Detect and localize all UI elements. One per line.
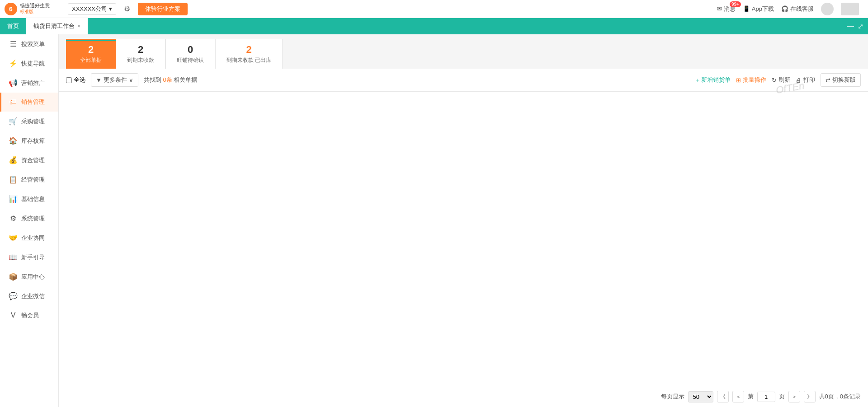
stat-count-wangpu: 0 (188, 44, 193, 56)
per-page-select[interactable]: 50 100 200 (688, 391, 713, 402)
print-button[interactable]: 🖨 打印 (796, 76, 815, 84)
top-right: ✉ 消息 99+ 📱 App下载 🎧 在线客服 (717, 3, 863, 15)
message-icon: ✉ (717, 5, 722, 12)
dropdown-icon: ▾ (109, 5, 112, 12)
plus-icon: + (696, 77, 699, 84)
window-minimize-icon[interactable]: — (847, 22, 854, 30)
sidebar-item-inventory-label: 库存核算 (21, 137, 45, 145)
sidebar-item-basic-info[interactable]: 📊 基础信息 (0, 189, 58, 209)
switch-label: 切换新版 (832, 76, 856, 84)
tab-workbench-label: 钱货日清工作台 (33, 22, 75, 30)
operations-icon: 📋 (9, 175, 18, 184)
switch-version-button[interactable]: ⇄ 切换新版 (821, 73, 861, 87)
sidebar-item-enterprise-wechat-label: 企业微信 (21, 292, 45, 300)
filter-button[interactable]: ▼ 更多条件 ∨ (91, 73, 138, 87)
result-suffix: 相关单据 (174, 76, 197, 83)
first-page-button[interactable]: 《 (717, 391, 729, 402)
prev-page-button[interactable]: ＜ (732, 391, 744, 402)
batch-label: 批量操作 (743, 76, 766, 84)
sidebar-item-app-center-label: 应用中心 (21, 273, 45, 281)
message-btn[interactable]: ✉ 消息 99+ (717, 5, 736, 13)
sidebar-item-sales-label: 销售管理 (21, 98, 45, 106)
select-all-label: 全选 (74, 76, 85, 84)
app-download-btn[interactable]: 📱 App下载 (743, 5, 774, 13)
window-maximize-icon[interactable]: ⤢ (858, 22, 863, 31)
online-service-label: 在线客服 (790, 5, 814, 13)
top-bar: 6 畅捷通好生意 标准版 XXXXXX公司 ▾ ⚙ 体验行业方案 ✉ 消息 99… (0, 0, 868, 18)
app-center-icon: 📦 (9, 272, 18, 281)
switch-icon: ⇄ (826, 77, 830, 84)
filter-label: 更多条件 (104, 76, 127, 84)
filter-dropdown-icon: ∨ (129, 77, 133, 84)
refresh-button[interactable]: ↻ 刷新 (772, 76, 790, 84)
app-download-icon: 📱 (743, 5, 750, 12)
stat-count-overdue: 2 (138, 44, 143, 56)
wechat-icon: 💬 (9, 292, 18, 300)
stat-tab-overdue[interactable]: 2 到期未收款 (116, 39, 165, 69)
online-service-btn[interactable]: 🎧 在线客服 (781, 5, 814, 13)
sidebar-item-marketing[interactable]: 📢 营销推广 (0, 73, 58, 93)
sales-icon: 🏷 (9, 98, 18, 106)
sidebar-item-finance[interactable]: 💰 资金管理 (0, 150, 58, 170)
sidebar-item-quick-nav[interactable]: ⚡ 快捷导航 (0, 54, 58, 73)
gear-button[interactable]: ⚙ (121, 3, 133, 15)
batch-operation-button[interactable]: ⊞ 批量操作 (736, 76, 766, 84)
logo-text: 畅捷通好生意 (20, 3, 50, 9)
app-download-label: App下载 (752, 5, 774, 13)
stat-count-shipped: 2 (246, 44, 252, 56)
enterprise-icon: 🤝 (9, 234, 18, 242)
guide-icon: 📖 (9, 253, 18, 262)
sidebar-item-enterprise-wechat[interactable]: 💬 企业微信 (0, 286, 58, 306)
headset-icon: 🎧 (781, 5, 788, 12)
stat-label-all: 全部单据 (80, 56, 102, 64)
finance-icon: 💰 (9, 156, 18, 164)
stat-tab-all[interactable]: 2 全部单据 (66, 39, 116, 69)
stat-tab-wangpu[interactable]: 0 旺铺待确认 (165, 39, 215, 69)
sidebar-item-operations[interactable]: 📋 经营管理 (0, 170, 58, 189)
company-selector[interactable]: XXXXXX公司 ▾ (68, 3, 116, 15)
result-text-label: 共找到 (144, 76, 161, 83)
stat-count-all: 2 (88, 44, 94, 56)
user-name (841, 3, 859, 15)
page-input[interactable] (757, 392, 775, 402)
sidebar-item-purchase-label: 采购管理 (21, 117, 45, 126)
sidebar-item-member[interactable]: V 畅会员 (0, 306, 58, 325)
message-badge: 99+ (730, 1, 741, 7)
sidebar-item-enterprise[interactable]: 🤝 企业协同 (0, 228, 58, 248)
tab-home[interactable]: 首页 (0, 18, 26, 34)
sidebar-item-marketing-label: 营销推广 (21, 79, 45, 87)
select-all-checkbox[interactable]: 全选 (66, 76, 85, 84)
add-sale-order-button[interactable]: + 新增销货单 (696, 76, 731, 84)
sidebar-item-basic-info-label: 基础信息 (21, 195, 45, 203)
stats-tabs: 2 全部单据 2 到期未收款 0 旺铺待确认 2 到期未收款 已出库 (59, 34, 868, 69)
top-center: XXXXXX公司 ▾ ⚙ 体验行业方案 (63, 3, 717, 15)
sidebar-item-member-label: 畅会员 (21, 311, 39, 319)
sidebar-item-search[interactable]: ☰ 搜索菜单 (0, 34, 58, 54)
result-count: 0条 (163, 76, 172, 83)
sidebar-item-purchase[interactable]: 🛒 采购管理 (0, 112, 58, 131)
sidebar-item-sales[interactable]: 🏷 销售管理 (0, 93, 58, 112)
sidebar-item-inventory[interactable]: 🏠 库存核算 (0, 131, 58, 150)
stat-tab-shipped[interactable]: 2 到期未收款 已出库 (215, 39, 283, 69)
sidebar-item-app-center[interactable]: 📦 应用中心 (0, 267, 58, 286)
tab-close-icon[interactable]: × (77, 23, 80, 29)
print-label: 打印 (803, 76, 815, 84)
avatar[interactable] (821, 3, 834, 15)
company-name: XXXXXX公司 (72, 5, 107, 13)
total-label: 共0页，0条记录 (819, 393, 861, 401)
sidebar-item-guide[interactable]: 📖 新手引导 (0, 248, 58, 267)
sidebar-item-enterprise-label: 企业协同 (21, 234, 45, 242)
add-btn-label: 新增销货单 (701, 76, 731, 84)
last-page-button[interactable]: 》 (804, 391, 816, 402)
trial-button[interactable]: 体验行业方案 (138, 3, 188, 15)
sidebar-item-system[interactable]: ⚙ 系统管理 (0, 209, 58, 228)
per-page-label: 每页显示 (661, 393, 684, 401)
tab-workbench[interactable]: 钱货日清工作台 × (26, 18, 88, 34)
toolbar-right: + 新增销货单 ⊞ 批量操作 ↻ 刷新 🖨 打印 ⇄ 切换新版 (696, 73, 861, 87)
nav-tabs-right: — ⤢ (847, 22, 868, 31)
main-layout: ☰ 搜索菜单 ⚡ 快捷导航 📢 营销推广 🏷 销售管理 🛒 采购管理 🏠 库存核… (0, 34, 868, 407)
search-menu-icon: ☰ (9, 40, 18, 48)
logo-icon: 6 (5, 3, 17, 15)
select-all-input[interactable] (66, 77, 72, 83)
next-page-button[interactable]: ＞ (788, 391, 800, 402)
